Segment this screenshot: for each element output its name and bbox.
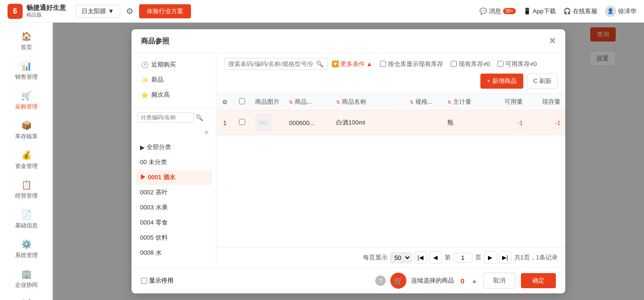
home-icon: 🏠 <box>21 31 32 42</box>
filter-btn[interactable]: 🔽 更多条件 ▲ <box>331 60 372 68</box>
prod-search-icon[interactable]: 🔍 <box>316 60 323 67</box>
cat-item-appliance[interactable]: 0010 家电 <box>135 260 212 264</box>
dropdown-arrow-icon: ▼ <box>108 8 114 15</box>
sidebar-item-sales[interactable]: 📊 销售管理 <box>0 56 52 86</box>
cat-new[interactable]: ✨ 新品 <box>137 72 210 87</box>
add-product-btn[interactable]: + 新增商品 <box>480 74 523 89</box>
cat-item-snack[interactable]: 0004 零食 <box>135 215 212 230</box>
next-page-btn[interactable]: ▶ <box>484 251 496 264</box>
online-service-btn[interactable]: 🎧 在线客服 <box>563 7 597 16</box>
cat-frequent[interactable]: ⭐ 频次高 <box>137 87 210 102</box>
last-page-btn[interactable]: ▶| <box>499 251 512 264</box>
gear-icon[interactable]: ⚙ <box>126 6 133 17</box>
sidebar-item-enterprise[interactable]: 🏢 企业协同 <box>0 264 52 294</box>
prev-page-btn[interactable]: ◀ <box>429 251 442 264</box>
th-settings[interactable]: ⚙ <box>216 94 233 110</box>
messages-btn[interactable]: 💬 消息 99+ <box>479 7 516 16</box>
product-table-wrap: ⚙ 商品图片 ⇅ 商品... ⇅ <box>216 94 565 247</box>
sidebar-item-purchase[interactable]: 🛒 采购管理 <box>0 86 52 116</box>
cat-item-liquor[interactable]: ▶ 0001 酒水 <box>135 170 212 185</box>
th-img: 商品图片 <box>250 94 284 110</box>
row-img: IMG <box>250 110 284 135</box>
warehouse-checkbox[interactable] <box>380 61 386 67</box>
sidebar-item-guide[interactable]: 🔰 新手引导 <box>0 294 52 300</box>
row-avail: -1 <box>480 110 528 135</box>
store-selector[interactable]: 日太阳膜 ▼ <box>75 5 120 18</box>
sidebar-label-base-info: 基础信息 <box>15 222 38 230</box>
checkbox-stock-ne[interactable]: 现有库存≠0 <box>451 60 490 68</box>
logo-area: 6 畅捷通好生意 精品版 <box>8 4 66 19</box>
page-size-select[interactable]: 50 <box>390 252 412 263</box>
page-unit: 页 <box>475 253 481 262</box>
refresh-btn[interactable]: C 刷新 <box>527 74 558 89</box>
app-download-btn[interactable]: 📱 App下载 <box>523 7 556 16</box>
modal-close-btn[interactable]: ✕ <box>549 36 556 46</box>
recent-icon: 🕐 <box>141 61 149 68</box>
sort-icon: ⇅ <box>447 100 451 105</box>
modal-body: 🕐 近期购买 ✨ 新品 ⭐ 频次高 <box>132 53 565 267</box>
th-unit[interactable]: ⇅ 主计量 <box>443 94 480 110</box>
stock-ne-checkbox[interactable] <box>451 61 457 67</box>
cat-all[interactable]: ▶ 全部分类 <box>135 140 212 155</box>
cat-search-icon[interactable]: 🔍 <box>196 114 203 121</box>
row-checkbox[interactable] <box>239 119 245 125</box>
page-input[interactable] <box>454 253 472 263</box>
top-nav: 6 畅捷通好生意 精品版 日太阳膜 ▼ ⚙ 体验行业方案 💬 消息 99+ 📱 … <box>0 0 644 23</box>
nav-right: 💬 消息 99+ 📱 App下载 🎧 在线客服 👤 徐泽华 <box>479 6 636 17</box>
chevron-up-icon: ▲ <box>366 60 372 67</box>
category-list: ▶ 全部分类 00 未分类 ▶ 0001 <box>132 140 216 264</box>
sidebar-item-base-info[interactable]: 📄 基础信息 <box>0 205 52 234</box>
user-area[interactable]: 👤 徐泽华 <box>605 6 636 17</box>
cat-item-uncategorized[interactable]: 00 未分类 <box>135 155 212 170</box>
sidebar-label-system: 系统管理 <box>15 251 38 259</box>
exp-btn[interactable]: 体验行业方案 <box>139 4 191 18</box>
modal-footer: 显示停用 ? 🛒 连续选择的商品 0 ▲ 取消 确定 <box>132 267 565 293</box>
disabled-checkbox[interactable] <box>141 278 147 284</box>
toolbar-right: + 新增商品 C 刷新 <box>480 74 558 89</box>
cat-item-water[interactable]: 0008 水 <box>135 245 212 260</box>
cat-recent[interactable]: 🕐 近期购买 <box>137 57 210 72</box>
sidebar-item-operations[interactable]: 📋 经营管理 <box>0 175 52 205</box>
cart-collapse-btn[interactable]: ▲ <box>471 277 478 284</box>
sidebar-item-inventory[interactable]: 📦 库存核算 <box>0 116 52 145</box>
cat-item-tea[interactable]: 0002 茶叶 <box>135 185 212 200</box>
cat-item-fruit[interactable]: 0003 水果 <box>135 200 212 215</box>
cart-icon[interactable]: 🛒 <box>390 273 406 289</box>
product-panel: 🔍 🔽 更多条件 ▲ 按仓库显示现有库存 <box>216 53 565 267</box>
help-icon[interactable]: ? <box>375 275 386 286</box>
sidebar-item-system[interactable]: ⚙️ 系统管理 <box>0 234 52 264</box>
prod-search-input[interactable] <box>228 60 313 67</box>
first-page-btn[interactable]: |◀ <box>414 251 427 264</box>
confirm-btn[interactable]: 确定 <box>521 273 556 288</box>
sidebar-label-home: 首页 <box>21 43 32 51</box>
cancel-btn[interactable]: 取消 <box>483 273 515 289</box>
headset-icon: 🎧 <box>563 8 571 15</box>
row-check[interactable] <box>233 110 250 135</box>
th-code[interactable]: ⇅ 商品... <box>284 94 331 110</box>
active-arrow-icon: ▶ <box>140 174 148 181</box>
category-panel: 🕐 近期购买 ✨ 新品 ⭐ 频次高 <box>132 53 216 267</box>
sidebar-label-inventory: 库存核算 <box>15 133 38 141</box>
new-icon: ✨ <box>141 76 149 83</box>
select-all-checkbox[interactable] <box>239 98 245 104</box>
sidebar-item-finance[interactable]: 💰 资金管理 <box>0 145 52 175</box>
checkbox-warehouse[interactable]: 按仓库显示现有库存 <box>380 60 443 68</box>
sidebar-label-purchase: 采购管理 <box>15 103 38 111</box>
message-icon: 💬 <box>479 8 487 15</box>
cat-item-drink[interactable]: 0005 饮料 <box>135 230 212 245</box>
checkbox-avail-ne[interactable]: 可用库存≠0 <box>497 60 537 68</box>
row-code: 000600... <box>284 110 331 135</box>
finance-icon: 💰 <box>21 150 32 160</box>
avail-ne-checkbox[interactable] <box>497 61 504 67</box>
product-table: ⚙ 商品图片 ⇅ 商品... ⇅ <box>216 94 565 135</box>
app-edition: 精品版 <box>26 11 66 18</box>
sidebar-item-home[interactable]: 🏠 首页 <box>0 26 52 56</box>
table-row[interactable]: 1 IMG 000600... 白酒100ml 瓶 <box>216 110 565 135</box>
filter-icon: 🔽 <box>331 60 339 67</box>
pagination: 每页显示 50 |◀ ◀ 第 页 ▶ ▶| 共1页，1条记录 <box>216 247 565 267</box>
cat-search-input[interactable] <box>137 112 194 123</box>
panel-collapse-btn[interactable]: « <box>201 126 212 138</box>
show-disabled-checkbox[interactable]: 显示停用 <box>141 276 173 285</box>
th-name[interactable]: ⇅ 商品名称 <box>331 94 405 110</box>
th-spec[interactable]: ⇅ 规格... <box>405 94 443 110</box>
